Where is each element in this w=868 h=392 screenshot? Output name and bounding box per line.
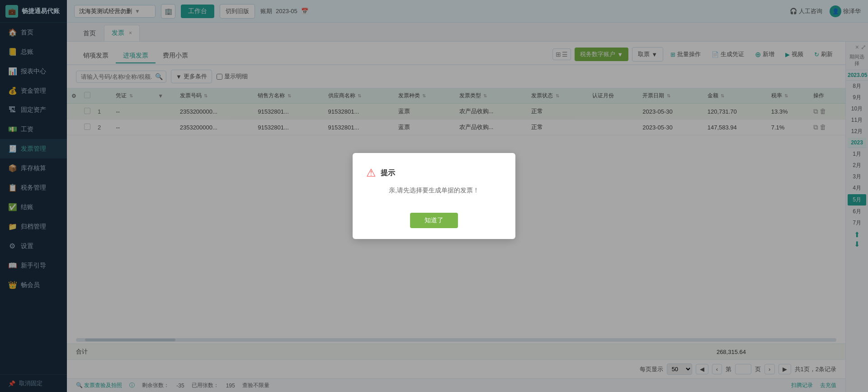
alert-dialog: ⚠ 提示 亲,请先选择要生成单据的发票！ 知道了 — [353, 153, 515, 239]
dialog-ok-button[interactable]: 知道了 — [410, 213, 458, 228]
dialog-footer: 知道了 — [353, 213, 515, 239]
dialog-body: ⚠ 提示 亲,请先选择要生成单据的发票！ — [353, 153, 515, 213]
dialog-title: 提示 — [381, 168, 395, 178]
dialog-header: ⚠ 提示 — [366, 167, 502, 179]
warning-icon: ⚠ — [366, 167, 376, 179]
dialog-message: 亲,请先选择要生成单据的发票！ — [389, 186, 479, 195]
dialog-overlay: ⚠ 提示 亲,请先选择要生成单据的发票！ 知道了 — [0, 0, 868, 392]
